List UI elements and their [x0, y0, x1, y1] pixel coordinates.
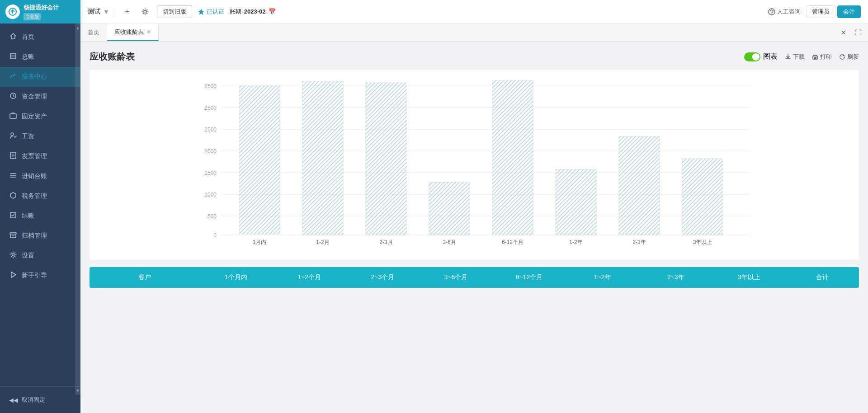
chart-svg-wrap: 2500 2500 2500 2000 1500 1000 500 0	[99, 79, 850, 251]
tabs-bar: 首页应收账龄表✕ ✕ ⛶	[80, 23, 868, 42]
sidebar-item-ledger[interactable]: 总账	[0, 47, 80, 67]
svg-text:500: 500	[208, 213, 217, 220]
reports-label: 报表中心	[22, 73, 47, 81]
user-manager-button[interactable]: 管理员	[806, 5, 835, 18]
svg-text:2-3年: 2-3年	[632, 239, 646, 245]
logo-text-wrap: 畅捷通好会计 专业版	[24, 4, 59, 20]
svg-text:1000: 1000	[204, 192, 217, 198]
period-value: 2023-02	[244, 8, 266, 15]
unpin-button[interactable]: ◀◀ 取消固定	[0, 391, 80, 408]
th-6~12个月: 6~12个月	[493, 267, 566, 288]
tab-aging[interactable]: 应收账龄表✕	[107, 23, 159, 41]
settings-icon	[9, 251, 17, 260]
sidebar-item-archive[interactable]: 归档管理	[0, 226, 80, 246]
company-name: 测试	[88, 8, 100, 16]
service-button[interactable]: 人工咨询	[768, 8, 801, 16]
archive-icon	[9, 231, 17, 240]
period-info: 账期 2023-02 📅	[230, 8, 276, 16]
chart-toggle-wrap: 图表	[744, 52, 778, 61]
svg-text:1-2年: 1-2年	[569, 239, 582, 245]
download-button[interactable]: 下载	[785, 53, 805, 61]
print-button[interactable]: 打印	[812, 53, 832, 61]
topbar-divider-1	[115, 7, 115, 16]
sidebar-item-guide[interactable]: 新手引导	[0, 266, 80, 286]
capital-label: 资金管理	[22, 93, 47, 101]
chart-container: 2500 2500 2500 2000 1500 1000 500 0	[90, 70, 859, 260]
th-1~2年: 1~2年	[566, 267, 639, 288]
home-icon	[9, 33, 17, 42]
svg-rect-44	[429, 182, 470, 235]
expand-tab-button[interactable]: ⛶	[852, 26, 864, 39]
scroll-up-arrow[interactable]: ▲	[75, 25, 80, 30]
chart-toggle[interactable]	[744, 52, 760, 61]
svg-point-13	[12, 254, 14, 256]
add-company-button[interactable]: ＋	[121, 5, 133, 18]
report-actions: 图表 下载 打印	[744, 52, 859, 61]
svg-rect-52	[682, 159, 723, 235]
svg-point-17	[769, 9, 775, 15]
refresh-label: 刷新	[847, 53, 859, 61]
user-role-button[interactable]: 会计	[837, 5, 861, 18]
service-label: 人工咨询	[777, 8, 801, 16]
home-label: 首页	[22, 33, 34, 41]
sidebar-item-invoice[interactable]: 发票管理	[0, 146, 80, 166]
company-dropdown-icon: ▼	[103, 8, 109, 15]
settings-button[interactable]	[139, 5, 151, 18]
old-version-button[interactable]: 切到旧版	[157, 5, 192, 18]
closing-label: 结账	[22, 212, 34, 220]
company-selector[interactable]: 测试 ▼	[88, 8, 109, 16]
guide-icon	[9, 271, 17, 280]
th-2~3年: 2~3年	[639, 267, 712, 288]
svg-rect-1	[10, 53, 16, 59]
svg-rect-5	[10, 114, 16, 118]
report-title: 应收账龄表	[90, 51, 135, 63]
topbar-right: 人工咨询 管理员 会计	[768, 5, 861, 18]
th-1个月内: 1个月内	[199, 267, 273, 288]
table-header: 客户1个月内1~2个月2~3个月3~6个月6~12个月1~2年2~3年3年以上合…	[90, 267, 859, 288]
sidebar-item-assets[interactable]: 固定资产	[0, 107, 80, 127]
tab-close-aging[interactable]: ✕	[146, 29, 151, 35]
settings-label: 设置	[22, 252, 34, 260]
svg-point-6	[11, 133, 14, 136]
reports-icon	[9, 72, 17, 81]
print-label: 打印	[820, 53, 832, 61]
tab-home[interactable]: 首页	[80, 23, 107, 41]
tax-icon	[9, 192, 17, 201]
close-tab-button[interactable]: ✕	[837, 26, 850, 39]
salary-icon	[9, 132, 17, 141]
svg-text:3年以上: 3年以上	[693, 239, 712, 245]
tab-label-aging: 应收账龄表	[114, 28, 144, 36]
refresh-button[interactable]: 刷新	[839, 53, 859, 61]
svg-text:2500: 2500	[204, 105, 217, 111]
sidebar-item-tax[interactable]: 税务管理	[0, 186, 80, 206]
trade-label: 进销台账	[22, 172, 47, 180]
svg-text:3-6月: 3-6月	[443, 239, 456, 245]
svg-text:1500: 1500	[204, 170, 217, 176]
closing-icon	[9, 211, 17, 221]
sidebar-nav: 首页总账报表中心资金管理固定资产工资发票管理进销台账税务管理结账归档管理设置新手…	[0, 23, 80, 386]
calendar-icon[interactable]: 📅	[269, 8, 276, 15]
logo-icon	[5, 5, 20, 19]
th-1~2个月: 1~2个月	[273, 267, 346, 288]
assets-label: 固定资产	[22, 113, 47, 121]
sidebar-item-closing[interactable]: 结账	[0, 206, 80, 226]
sidebar-item-reports[interactable]: 报表中心	[0, 67, 80, 87]
sidebar-item-home[interactable]: 首页	[0, 27, 80, 47]
th-客户: 客户	[90, 267, 199, 288]
svg-text:6-12个月: 6-12个月	[502, 239, 524, 245]
sidebar-item-trade[interactable]: 进销台账	[0, 166, 80, 186]
svg-text:2500: 2500	[204, 127, 217, 133]
sidebar-item-capital[interactable]: 资金管理	[0, 87, 80, 107]
tax-label: 税务管理	[22, 192, 47, 200]
unpin-icon: ◀◀	[9, 397, 18, 404]
ledger-label: 总账	[22, 53, 34, 61]
scroll-down-arrow[interactable]: ▼	[75, 388, 80, 393]
sidebar-item-settings[interactable]: 设置	[0, 246, 80, 266]
sidebar-item-salary[interactable]: 工资	[0, 127, 80, 146]
salary-label: 工资	[22, 132, 34, 141]
report-header: 应收账龄表 图表 下载	[90, 51, 859, 63]
app-name: 畅捷通好会计	[24, 4, 59, 12]
svg-rect-50	[619, 136, 660, 235]
archive-label: 归档管理	[22, 232, 47, 240]
svg-text:2500: 2500	[204, 83, 217, 89]
